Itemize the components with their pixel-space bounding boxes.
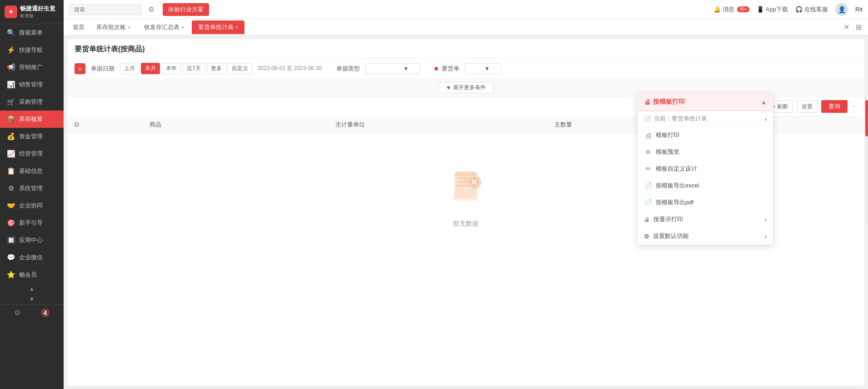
settings-bottom-icon[interactable]: ⚙ <box>14 308 20 317</box>
chevron-right-settings-icon: › <box>765 233 767 240</box>
scrollbar-thumb <box>865 100 868 136</box>
megaphone-icon: 📢 <box>6 63 15 71</box>
date-range-display: 2023-06-01 至 2023-06-30 <box>258 65 322 72</box>
settings-btn[interactable]: 设置 <box>797 101 818 113</box>
tab-close-inventory-batch[interactable]: × <box>128 25 130 30</box>
sidebar-item-finance[interactable]: 💰 资金管理 <box>0 128 64 145</box>
filter-expand-icon[interactable]: » <box>75 63 85 74</box>
topbar-gear-icon[interactable]: ⚙ <box>148 5 155 14</box>
chevron-down-icon: ▼ <box>403 66 409 72</box>
tab-requisition-stats[interactable]: 要货单统计表 × <box>192 20 244 34</box>
dropdown-item-template-preview[interactable]: 👁 模板预览 <box>638 144 773 161</box>
dropdown-header-right: ▲ <box>761 99 767 106</box>
tab-collection-summary[interactable]: 收发存汇总表 × <box>138 20 190 34</box>
req-field-select[interactable]: ▼ <box>465 63 501 74</box>
expand-tabs-btn[interactable]: ⊞ <box>854 22 863 32</box>
tabs-right: ✕ ⊞ <box>842 22 863 32</box>
messages-btn[interactable]: 🔔 消息 99+ <box>713 5 749 14</box>
col-header-unit: 主计量单位 <box>225 117 475 133</box>
date-btn-last-month[interactable]: 上月 <box>120 63 139 74</box>
tab-close-collection-summary[interactable]: × <box>181 25 184 30</box>
empty-text: 暂无数据 <box>453 220 479 228</box>
sidebar-item-quick-nav[interactable]: ⚡ 快捷导航 <box>0 41 64 59</box>
main-area: ⚙ 体验行业方案 🔔 消息 99+ 📱 App下载 🎧 在线客服 👤 Rit 首… <box>64 0 868 389</box>
date-btn-more[interactable]: 更多 <box>207 63 226 74</box>
date-btn-this-month[interactable]: 本月 <box>141 63 160 74</box>
empty-svg <box>443 160 489 206</box>
date-btn-this-year[interactable]: 本年 <box>162 63 181 74</box>
sidebar-item-marketing[interactable]: 📢 营销推广 <box>0 59 64 76</box>
doc-icon: 📄 <box>644 116 651 122</box>
topbar-search-input[interactable] <box>69 4 142 15</box>
sidebar-item-operation[interactable]: 📈 经营管理 <box>0 145 64 162</box>
sidebar-item-inventory[interactable]: 📦 库存核算 <box>0 111 64 128</box>
tab-home[interactable]: 首页 <box>68 20 89 34</box>
industry-btn[interactable]: 体验行业方案 <box>163 3 209 16</box>
topbar-right: 🔔 消息 99+ 📱 App下载 🎧 在线客服 👤 Rit <box>713 3 863 16</box>
date-buttons: 上月 本月 本年 近7天 更多 自定义 <box>120 63 252 74</box>
phone-icon: 📱 <box>757 6 764 13</box>
right-scrollbar[interactable] <box>865 91 868 227</box>
tabs-bar: 首页 库存批次账 × 收发存汇总表 × 要货单统计表 × ✕ ⊞ <box>64 19 868 35</box>
sidebar-item-wechat[interactable]: 💬 企业微信 <box>0 249 64 266</box>
sidebar-item-apps[interactable]: 🔲 应用中心 <box>0 232 64 249</box>
avatar[interactable]: 👤 <box>835 3 848 16</box>
sidebar-item-basic[interactable]: 📋 基础信息 <box>0 162 64 180</box>
date-btn-custom[interactable]: 自定义 <box>228 63 252 74</box>
headset-icon: 🎧 <box>795 6 803 13</box>
list-icon: 📋 <box>6 167 15 175</box>
sidebar-item-member[interactable]: ⭐ 畅会员 <box>0 266 64 283</box>
chevron-down-icon-2: ▼ <box>484 66 490 72</box>
eye-icon: 👁 <box>644 148 652 156</box>
type-select[interactable]: ▼ <box>365 63 420 74</box>
logo-text: 畅捷通好生意 标准版 <box>20 5 55 19</box>
tab-close-requisition-stats[interactable]: × <box>235 25 238 30</box>
sidebar-item-collab[interactable]: 🤝 企业协同 <box>0 197 64 214</box>
sidebar-item-guide[interactable]: 🎯 新手引导 <box>0 214 64 232</box>
sidebar-item-system[interactable]: ⚙ 系统管理 <box>0 180 64 197</box>
dropdown-section-display-print[interactable]: 🖨 按显示打印 › <box>638 211 773 228</box>
tab-inventory-batch[interactable]: 库存批次账 × <box>90 20 137 34</box>
dropdown-header-left: 🖨 按模板打印 <box>644 98 685 106</box>
query-btn[interactable]: 查询 <box>821 100 848 113</box>
box-icon: 📦 <box>6 115 15 123</box>
dropdown-item-template-print[interactable]: 🖨 模板打印 <box>638 127 773 144</box>
more-btn[interactable]: ··· <box>851 102 857 111</box>
mute-icon[interactable]: 🔇 <box>41 308 50 317</box>
pdf-icon: 📄 <box>644 198 652 207</box>
topbar: ⚙ 体验行业方案 🔔 消息 99+ 📱 App下载 🎧 在线客服 👤 Rit <box>64 0 868 19</box>
date-btn-7days[interactable]: 近7天 <box>183 63 205 74</box>
table-settings-icon[interactable]: ⚙ <box>74 121 80 128</box>
dropdown-item-template-design[interactable]: ✏ 模板自定义设计 <box>638 161 773 177</box>
dropdown-item-template-export-pdf[interactable]: 📄 按模板导出pdf <box>638 194 773 211</box>
type-filter-label: 单据类型 <box>336 65 360 73</box>
sidebar-item-search[interactable]: 🔍 搜索菜单 <box>0 24 64 41</box>
col-header-quantity: 主数量 <box>475 117 651 133</box>
sidebar-item-sales[interactable]: 📊 销售管理 <box>0 76 64 93</box>
app-download-btn[interactable]: 📱 App下载 <box>757 5 788 14</box>
sidebar-scroll-down[interactable]: ▼ <box>0 294 64 304</box>
date-filter-label: 单据日期 <box>91 65 115 73</box>
dropdown-section-default-settings[interactable]: ⚙ 设置默认功能 › <box>638 228 773 245</box>
user-name: Rit <box>855 6 863 13</box>
sidebar-bottom: ⚙ 🔇 <box>0 304 64 321</box>
close-all-tabs-btn[interactable]: ✕ <box>842 22 851 32</box>
dropdown-current-template[interactable]: 📄 当前：要货单统计表 › <box>638 111 773 127</box>
sidebar: ✦ 畅捷通好生意 标准版 🔍 搜索菜单 ⚡ 快捷导航 📢 营销推广 📊 销售管理… <box>0 0 64 389</box>
dropdown-header: 🖨 按模板打印 ▲ <box>638 93 773 111</box>
chevron-down-expand-icon: ▼ <box>446 85 451 91</box>
dropdown-item-template-export-excel[interactable]: 📄 按模板导出excel <box>638 177 773 194</box>
online-service-btn[interactable]: 🎧 在线客服 <box>795 5 828 14</box>
star-icon: ⭐ <box>6 271 15 279</box>
trend-icon: 📈 <box>6 150 15 158</box>
page-content: 要货单统计表(按商品) » 单据日期 上月 本月 本年 近7天 更多 自定义 2… <box>67 39 864 385</box>
gear-nav-icon: ⚙ <box>6 184 15 192</box>
bell-icon: 🔔 <box>713 6 721 13</box>
edit-icon: ✏ <box>644 165 652 173</box>
chevron-up-dropdown-icon[interactable]: ▲ <box>761 99 767 106</box>
sidebar-item-purchase[interactable]: 🛒 采购管理 <box>0 93 64 111</box>
print-dropdown: 🖨 按模板打印 ▲ 📄 当前：要货单统计表 › 🖨 模板打印 👁 <box>637 93 773 245</box>
expand-more-btn[interactable]: ▼ 展开更多条件 <box>438 82 494 93</box>
sidebar-scroll-up[interactable]: ▲ <box>0 283 64 294</box>
chat-icon: 💬 <box>6 253 15 262</box>
